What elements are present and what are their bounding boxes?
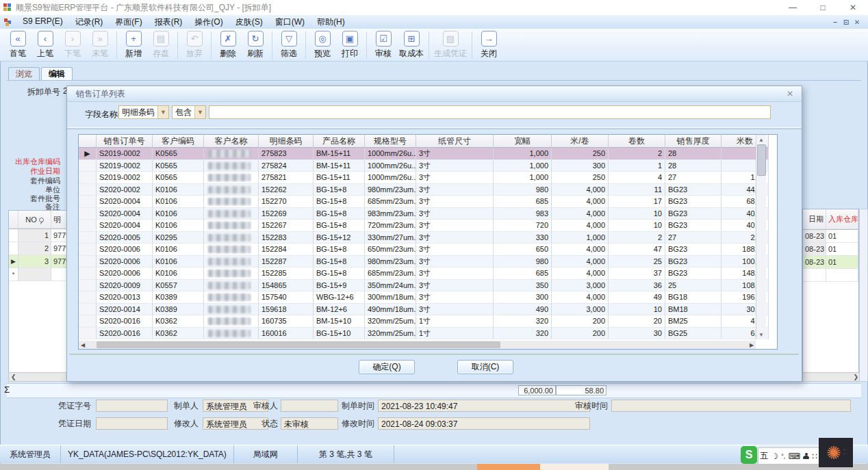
grid-hscrollbar[interactable]: ◀ ▶ <box>79 341 756 349</box>
table-row[interactable]: S2020-0005K0295152283BG-15+12330mm/27um.… <box>79 232 769 244</box>
scroll-up-icon[interactable]: ▲ <box>756 135 766 144</box>
menu-item-skin[interactable]: 皮肤(S) <box>229 14 269 30</box>
table-row[interactable]: S2020-0006K0106152285BG-15+8685mm/23um..… <box>79 267 769 280</box>
column-header-width[interactable]: 宽幅 <box>494 135 552 148</box>
minimize-icon[interactable]: — <box>778 0 808 15</box>
toolbar-button-print[interactable]: ▣打印 <box>336 30 363 60</box>
ok-button[interactable]: 确定(Q) <box>359 360 415 374</box>
toolbar-button-refresh[interactable]: ↻刷新 <box>242 30 269 60</box>
column-header-rolls[interactable]: 卷数 <box>609 135 665 148</box>
menu-bar: S9 ERP(E)记录(R)界面(F)报表(R)操作(O)皮肤(S)窗口(W)帮… <box>0 15 868 29</box>
column-header-meters-per-roll[interactable]: 米/卷 <box>552 135 609 148</box>
table-row[interactable]: S2020-0014K0389159618BM-12+6490mm/18um..… <box>79 304 769 316</box>
tab-browse[interactable]: 浏览 <box>8 67 40 81</box>
table-row[interactable]: S2020-0004K0106152269BG-15+8983mm/23um..… <box>79 208 769 220</box>
scroll-right-icon[interactable]: ▶ <box>748 342 756 348</box>
table-row[interactable]: S2020-0013K0389157540WBG-12+6300mm/18um.… <box>79 291 769 304</box>
ime-badge-icon[interactable]: S <box>741 446 757 464</box>
table-row[interactable] <box>803 269 858 282</box>
menu-item-interface[interactable]: 界面(F) <box>109 14 148 30</box>
warehouse-cell: 01 <box>826 256 858 269</box>
left-grid-hscrollbar[interactable]: ❮ <box>8 372 75 382</box>
ime-moon-icon[interactable]: ☽ <box>771 452 778 461</box>
menu-item-help[interactable]: 帮助(H) <box>311 14 351 30</box>
close-icon[interactable]: ✕ <box>838 0 868 15</box>
redacted-text <box>208 234 251 241</box>
mdi-close-icon[interactable]: ✕ <box>852 18 863 26</box>
hscroll-thumb[interactable] <box>97 341 500 348</box>
menu-item-record[interactable]: 记录(R) <box>69 14 110 30</box>
mdi-minimize-icon[interactable]: – <box>830 18 841 26</box>
ime-person-icon[interactable] <box>803 453 809 460</box>
filter-field-select[interactable]: 明细条码 ▼ <box>118 105 169 119</box>
table-row[interactable]: S2020-0016K0362160735BM-15+10320mm/25um.… <box>79 315 769 328</box>
filter-field-value: 明细条码 <box>119 107 157 118</box>
toolbar-button-close[interactable]: →关闭 <box>475 30 502 60</box>
menu-item-report[interactable]: 报表(R) <box>149 14 189 30</box>
column-header-customer-name[interactable]: 客户名称 <box>204 135 259 148</box>
ime-punct-icon[interactable]: °, <box>781 453 785 460</box>
ime-keyboard-icon[interactable]: ⌨ <box>789 452 800 461</box>
table-row[interactable]: 08-2301 <box>803 256 858 269</box>
table-row[interactable]: S2019-0002K0565275821BG-15+111000mm/26u.… <box>79 172 769 184</box>
taskbar-item[interactable] <box>540 464 609 470</box>
cell-spec-model: 350mm/24um... <box>365 280 416 292</box>
filter-value-input[interactable] <box>209 105 771 119</box>
column-header-product-name[interactable]: 产品名称 <box>314 135 365 148</box>
table-row[interactable]: S2020-0016K0362160016BG-15+10320mm/25um.… <box>79 328 769 340</box>
menu-item-s9erp[interactable]: S9 ERP(E) <box>16 14 69 30</box>
column-header-row-marker[interactable] <box>79 135 97 148</box>
toolbar-button-delete[interactable]: ✗删除 <box>214 30 242 60</box>
vscroll-thumb[interactable] <box>757 144 766 176</box>
table-row[interactable]: 08-2301 <box>803 230 858 243</box>
toolbar-button-preview[interactable]: ◎预览 <box>309 30 336 60</box>
right-grid-hscrollbar[interactable]: ❯ <box>802 372 861 382</box>
scroll-left-icon[interactable]: ◀ <box>79 342 87 348</box>
cancel-button[interactable]: 取消(C) <box>457 360 513 374</box>
table-row[interactable]: * <box>9 268 73 281</box>
toolbar-button-prev[interactable]: ‹上笔 <box>31 30 59 60</box>
table-row[interactable]: ▶S2019-0002K0565275823BM-15+111000mm/26u… <box>79 148 769 160</box>
grid-vscrollbar[interactable]: ▲ ▼ <box>756 135 766 339</box>
chevron-down-icon[interactable]: ▼ <box>157 106 168 118</box>
mdi-restore-icon[interactable]: ⊡ <box>841 18 852 26</box>
table-row[interactable]: S2020-0009K0557154865BG-15+9350mm/24um..… <box>79 280 769 292</box>
menu-item-operate[interactable]: 操作(O) <box>188 14 229 30</box>
column-header-customer-code[interactable]: 客户编码 <box>153 135 204 148</box>
app-tile[interactable]: ✺ ⁚ <box>819 438 853 467</box>
column-header-detail-barcode[interactable]: 明细条码 <box>259 135 314 148</box>
scroll-down-icon[interactable]: ▼ <box>756 330 766 339</box>
tab-edit[interactable]: 编辑 <box>41 67 73 81</box>
warehouse-cell: 01 <box>826 230 858 243</box>
main-vscrollbar[interactable] <box>859 209 868 382</box>
toolbar-button-first[interactable]: «首笔 <box>4 30 31 60</box>
table-row[interactable]: S2020-0006K0106152284BG-15+8650mm/23um..… <box>79 244 769 256</box>
maximize-icon[interactable]: □ <box>808 0 838 15</box>
cell-customer-name <box>204 244 259 256</box>
menu-item-window[interactable]: 窗口(W) <box>269 14 311 30</box>
column-header-tube-size[interactable]: 纸管尺寸 <box>416 135 494 148</box>
ime-toolbox-icon[interactable]: ∷ <box>812 452 817 461</box>
table-row[interactable]: 08-2301 <box>803 243 858 256</box>
table-row[interactable]: 297792 <box>9 242 73 255</box>
cell-spec-model: 685mm/23um... <box>365 196 416 208</box>
column-header-spec-model[interactable]: 规格型号 <box>365 135 416 148</box>
chevron-down-icon[interactable]: ▼ <box>194 106 205 118</box>
toolbar-button-filter[interactable]: ▽筛选 <box>275 30 303 60</box>
table-row[interactable]: S2020-0002K0106152262BG-15+8980mm/23um..… <box>79 184 769 196</box>
table-row[interactable]: 197792 <box>9 229 73 242</box>
table-row[interactable]: S2020-0004K0106152267BG-15+8720mm/23um..… <box>79 220 769 232</box>
filter-operator-select[interactable]: 包含 ▼ <box>172 105 206 119</box>
ime-wubi-icon[interactable]: 五 <box>760 450 768 462</box>
dialog-close-icon[interactable]: ✕ <box>787 89 793 99</box>
table-row[interactable]: ▶397792 <box>9 255 73 268</box>
toolbar-button-get-cost[interactable]: ⊞取成本 <box>397 30 426 60</box>
table-row[interactable]: S2020-0006K0106152287BG-15+8980mm/23um..… <box>79 256 769 268</box>
column-header-order-no[interactable]: 销售订单号 <box>97 135 153 148</box>
taskbar-item-active[interactable] <box>477 464 540 470</box>
table-row[interactable]: S2019-0002K0565275824BM-15+111000mm/26u.… <box>79 160 769 172</box>
toolbar-button-add[interactable]: +新增 <box>120 30 147 60</box>
toolbar-button-audit[interactable]: ☑审核 <box>370 30 397 60</box>
column-header-thickness[interactable]: 销售厚度 <box>665 135 722 148</box>
table-row[interactable]: S2020-0004K0106152270BG-15+8685mm/23um..… <box>79 196 769 208</box>
